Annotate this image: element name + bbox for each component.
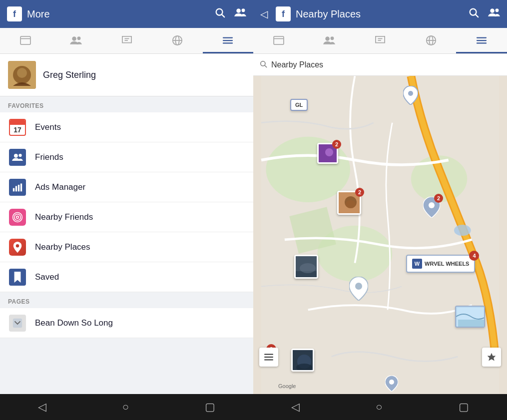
ads-manager-icon (8, 178, 27, 197)
friends-label: Friends (35, 152, 63, 162)
right-panel: ◁ f Nearby Places (253, 0, 507, 420)
svg-point-19 (14, 153, 18, 157)
right-header: ◁ f Nearby Places (253, 0, 507, 28)
back-nav-left[interactable]: ◁ (38, 401, 46, 414)
svg-point-32 (490, 8, 495, 13)
search-icon-right[interactable] (468, 7, 479, 21)
svg-point-3 (242, 8, 245, 12)
tab-messages-right[interactable] (355, 27, 406, 53)
svg-point-18 (17, 68, 27, 78)
svg-point-60 (429, 202, 435, 208)
svg-point-25 (14, 214, 21, 220)
svg-point-54 (408, 91, 413, 96)
map-container[interactable]: GL 2 (253, 76, 507, 394)
svg-point-28 (16, 244, 19, 247)
menu-item-saved[interactable]: Saved (0, 262, 253, 292)
calendar-date: 17 (10, 125, 25, 135)
nearby-friends-label: Nearby Friends (35, 212, 93, 222)
svg-rect-29 (13, 318, 22, 327)
favorites-label: FAVORITES (0, 96, 253, 112)
events-icon: 17 (8, 118, 27, 137)
map-pin-1 (403, 86, 418, 105)
menu-item-events[interactable]: 17 Events (0, 112, 253, 142)
tab-menu-left[interactable] (203, 27, 253, 53)
svg-point-33 (496, 8, 499, 12)
back-nav-right[interactable]: ◁ (291, 401, 300, 414)
tab-browser-left[interactable] (0, 27, 50, 53)
recent-nav-left[interactable]: ▢ (205, 401, 215, 414)
svg-point-64 (355, 283, 362, 290)
tab-messages-left[interactable] (101, 27, 152, 53)
home-nav-right[interactable]: ○ (376, 401, 382, 414)
place-card-gl[interactable]: GL (290, 99, 308, 111)
nearby-places-icon (8, 238, 27, 257)
svg-point-53 (454, 225, 471, 236)
svg-point-56 (325, 148, 333, 156)
events-label: Events (35, 122, 61, 132)
svg-rect-4 (20, 36, 30, 44)
search-bar-right[interactable]: Nearby Places (253, 54, 507, 76)
left-header: f More (0, 0, 253, 28)
w-logo: W (415, 261, 420, 267)
photo-pin-2b[interactable]: 2 (337, 191, 361, 217)
wrvel-label: WRVEL WHEELS (425, 261, 469, 267)
back-button-right[interactable]: ◁ (260, 8, 268, 20)
profile-row[interactable]: Greg Sterling (0, 54, 253, 96)
left-header-title: More (27, 8, 50, 20)
svg-point-26 (16, 216, 19, 218)
photo-pin-2a[interactable]: 2 (317, 143, 338, 166)
svg-point-20 (18, 153, 21, 156)
map-pin-badge-2[interactable]: 2 (423, 197, 440, 220)
right-header-icons (468, 7, 500, 21)
menu-item-nearby-friends[interactable]: Nearby Friends (0, 202, 253, 232)
menu-item-bean-down[interactable]: Bean Down So Long (0, 308, 253, 338)
right-tab-bar (253, 28, 507, 54)
tab-menu-right[interactable] (456, 27, 507, 53)
place-card-wrvel[interactable]: W WRVEL WHEELS 4 (406, 255, 475, 273)
search-icon-bar (259, 60, 267, 70)
svg-point-59 (346, 200, 356, 208)
svg-point-70 (296, 364, 312, 372)
tab-friends-right[interactable] (304, 27, 355, 53)
svg-rect-22 (15, 186, 17, 191)
tab-friends-left[interactable] (50, 27, 101, 53)
friends-icon (8, 148, 27, 167)
saved-icon (8, 268, 27, 287)
left-panel: f More (0, 0, 253, 420)
page-icon (8, 314, 27, 333)
map-pin-large (349, 277, 368, 303)
fb-logo-right: f (276, 6, 291, 21)
tab-globe-left[interactable] (152, 27, 202, 53)
search-text: Nearby Places (271, 60, 501, 69)
tab-browser-right[interactable] (253, 27, 304, 53)
search-icon-left[interactable] (214, 7, 225, 21)
nearby-friends-icon (8, 208, 27, 227)
svg-point-37 (331, 36, 334, 40)
gl-label: GL (295, 102, 303, 108)
map-background (253, 76, 507, 394)
svg-rect-34 (274, 36, 284, 44)
menu-item-nearby-places[interactable]: Nearby Places (0, 232, 253, 262)
badge-2b: 2 (355, 188, 364, 197)
svg-point-36 (326, 36, 330, 41)
right-header-title: Nearby Places (296, 8, 361, 20)
profile-name: Greg Sterling (43, 70, 96, 80)
photo-card-image[interactable] (455, 306, 485, 328)
recent-nav-right[interactable]: ▢ (459, 401, 469, 414)
left-header-icons (214, 7, 246, 21)
home-nav-left[interactable]: ○ (122, 401, 129, 414)
svg-point-63 (300, 263, 316, 273)
svg-line-31 (476, 14, 478, 17)
tab-globe-right[interactable] (406, 27, 457, 53)
people-icon-left[interactable] (234, 7, 246, 21)
svg-rect-23 (18, 185, 19, 191)
menu-item-ads-manager[interactable]: Ads Manager (0, 172, 253, 202)
menu-item-friends[interactable]: Friends (0, 142, 253, 172)
photo-pin-bottom[interactable] (291, 349, 314, 372)
list-view-button[interactable] (259, 348, 278, 367)
location-button[interactable] (482, 348, 501, 367)
people-icon-right[interactable] (488, 7, 500, 21)
right-header-left: ◁ f Nearby Places (260, 6, 361, 21)
photo-pin-landscape[interactable] (294, 255, 318, 279)
right-bottom-nav: ◁ ○ ▢ (253, 394, 507, 420)
